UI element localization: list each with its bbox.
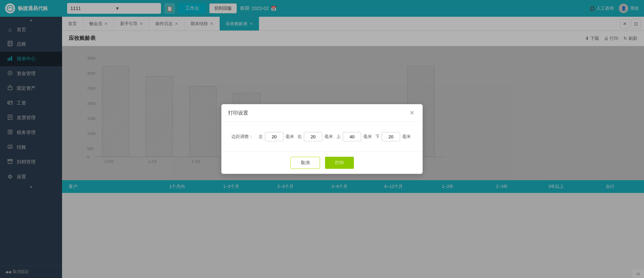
margin-form-row: 边距调整： 左 毫米 右 毫米 上 毫米 下 (231, 132, 413, 141)
modal-header: 打印设置 ✕ (221, 104, 423, 122)
bottom-margin-input[interactable] (382, 132, 400, 141)
modal-close-button[interactable]: ✕ (408, 109, 416, 117)
modal-body: 边距调整： 左 毫米 右 毫米 上 毫米 下 (221, 122, 423, 151)
print-dialog: 打印设置 ✕ 边距调整： 左 毫米 右 毫米 上 毫米 (221, 104, 423, 174)
top-margin-label: 上 (336, 134, 341, 140)
print-dialog-overlay: 打印设置 ✕ 边距调整： 左 毫米 右 毫米 上 毫米 (0, 0, 644, 278)
left-margin-unit: 毫米 (285, 134, 294, 140)
left-margin-label: 左 (259, 134, 263, 140)
left-margin-group: 左 毫米 (259, 132, 294, 141)
left-margin-input[interactable] (265, 132, 283, 141)
bottom-margin-unit: 毫米 (402, 134, 411, 140)
print-confirm-button[interactable]: 打印 (325, 157, 354, 169)
top-margin-group: 上 毫米 (336, 132, 372, 141)
modal-title: 打印设置 (228, 110, 248, 116)
right-margin-group: 右 毫米 (298, 132, 333, 141)
margin-label: 边距调整： (231, 134, 253, 140)
top-margin-unit: 毫米 (363, 134, 372, 140)
right-margin-input[interactable] (304, 132, 322, 141)
top-margin-input[interactable] (343, 132, 361, 141)
right-margin-unit: 毫米 (324, 134, 333, 140)
cancel-button[interactable]: 取消 (290, 157, 320, 169)
bottom-margin-label: 下 (375, 134, 380, 140)
modal-footer: 取消 打印 (221, 151, 423, 174)
bottom-margin-group: 下 毫米 (375, 132, 411, 141)
right-margin-label: 右 (298, 134, 302, 140)
